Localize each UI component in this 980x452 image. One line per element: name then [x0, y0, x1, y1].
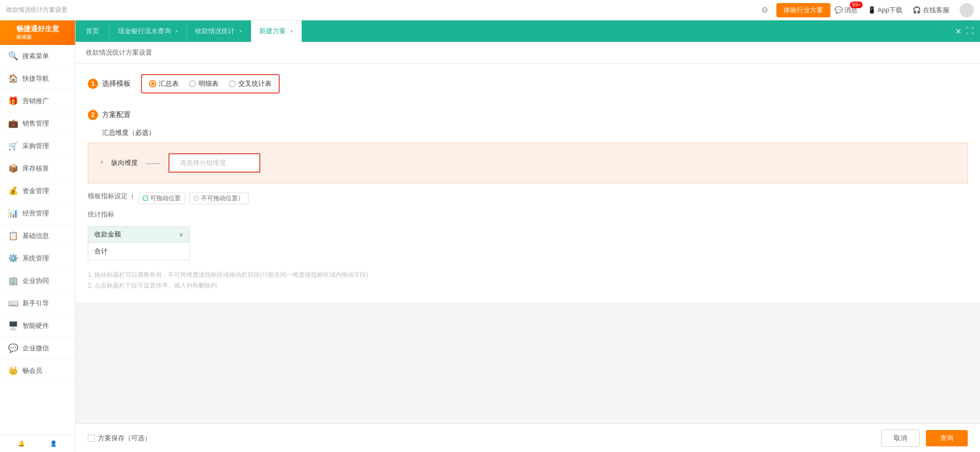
page-title-bar: 收款情况统计方案设置 [76, 42, 980, 64]
breadcrumb-area: 收款情况统计方案设置 [6, 6, 757, 14]
step1-row: 1 选择模板 汇总表 明细表 交叉统计表 [88, 74, 968, 93]
avatar[interactable] [960, 3, 974, 17]
step2-row: 2 方案配置 [88, 110, 968, 120]
sidebar-nav: 🔍 搜索菜单 🏠 快捷导航 🎁 营销推广 💼 销售管理 🛒 采购管理 📦 [0, 45, 75, 435]
sidebar-item-basic-info[interactable]: 📋 基础信息 [0, 225, 75, 247]
tab-collection-stats-close[interactable]: × [239, 28, 242, 34]
step2-badge: 2 [88, 110, 98, 120]
dimension-area: * 纵向维度 —— 请选择分组维度 [88, 142, 968, 183]
top-header: 收款情况统计方案设置 ⚙ 体验行业方案 💬 消息 99+ 📱 App下载 🎧 在… [0, 0, 980, 20]
sidebar-label-hardware: 智能硬件 [22, 321, 49, 330]
sidebar-item-sales[interactable]: 💼 销售管理 [0, 112, 75, 135]
tab-cash-flow[interactable]: 现金银行流水查询 × [110, 20, 187, 42]
radio-detail-label: 明细表 [199, 79, 218, 88]
tab-bar-expand-icon[interactable]: ⛶ [966, 27, 974, 36]
tab-home[interactable]: 首页 [76, 20, 110, 42]
metrics-table: 收款金额 ∨ 合计 [88, 226, 190, 260]
tab-collection-stats[interactable]: 收款情况统计 × [187, 20, 251, 42]
sidebar-item-inventory[interactable]: 📦 库存核算 [0, 157, 75, 180]
radio-cross[interactable]: 交叉统计表 [229, 79, 272, 88]
tab-new-plan[interactable]: 新建方案 × [251, 20, 302, 42]
header-right: 💬 消息 99+ 📱 App下载 🎧 在线客服 [835, 3, 974, 17]
radio-summary[interactable]: 汇总表 [149, 79, 179, 88]
finance-icon: 💰 [8, 186, 18, 196]
sidebar-label-finance: 资金管理 [22, 186, 49, 196]
member-icon: 👑 [8, 366, 18, 375]
trial-button[interactable]: 体验行业方案 [776, 3, 830, 17]
tab-bar: 首页 现金银行流水查询 × 收款情况统计 × 新建方案 × ✕ ⛶ [76, 20, 980, 42]
sidebar-item-system[interactable]: ⚙️ 系统管理 [0, 247, 75, 270]
sales-icon: 💼 [8, 118, 18, 128]
hardware-icon: 🖥️ [8, 321, 18, 330]
page-content: 收款情况统计方案设置 1 选择模板 汇总表 明细表 [76, 42, 980, 452]
sidebar-item-operations[interactable]: 📊 经营管理 [0, 202, 75, 225]
cancel-button[interactable]: 取消 [881, 430, 920, 447]
sidebar-item-wechat[interactable]: 💬 企业微信 [0, 337, 75, 360]
inventory-icon: 📦 [8, 163, 18, 173]
operations-icon: 📊 [8, 208, 18, 218]
radio-detail-circle [189, 80, 196, 87]
sidebar-label-member: 畅会员 [22, 366, 42, 375]
query-button[interactable]: 查询 [926, 430, 968, 446]
tab-new-plan-close[interactable]: × [290, 28, 293, 34]
save-checkbox[interactable] [88, 435, 95, 442]
logo-area: 畅捷通好生意 标准版 [0, 20, 75, 45]
sidebar-bottom-item2[interactable]: 👤 [50, 440, 57, 447]
sidebar-item-member[interactable]: 👑 畅会员 [0, 360, 75, 382]
tab-bar-close-icon[interactable]: ✕ [955, 27, 962, 36]
metrics-header[interactable]: 收款金额 ∨ [88, 227, 189, 243]
draggable-hint-1: 可拖动位置 [138, 193, 185, 204]
sidebar-item-marketing[interactable]: 🎁 营销推广 [0, 90, 75, 112]
tab-home-label: 首页 [86, 27, 99, 36]
save-option-label: 方案保存（可选） [98, 434, 151, 443]
app-download-link[interactable]: 📱 App下载 [868, 6, 902, 15]
sidebar-item-guide[interactable]: 📖 新手引导 [0, 292, 75, 315]
radio-detail[interactable]: 明细表 [189, 79, 218, 88]
sidebar-item-hardware[interactable]: 🖥️ 智能硬件 [0, 315, 75, 337]
radio-summary-circle [149, 80, 156, 87]
tips-section: 1. 拖动标题栏可以调整布局，不可跨维度或指标区域拖动栏目段(只能在同一维度或指… [88, 271, 968, 290]
sidebar: 畅捷通好生意 标准版 🔍 搜索菜单 🏠 快捷导航 🎁 营销推广 💼 销售管理 [0, 20, 76, 452]
basic-info-icon: 📋 [8, 231, 18, 241]
tip1: 1. 拖动标题栏可以调整布局，不可跨维度或指标区域拖动栏目段(只能在同一维度或指… [88, 271, 968, 279]
enterprise-icon: 🏢 [8, 276, 18, 286]
tab-cash-flow-close[interactable]: × [175, 28, 178, 34]
dimension-title: 汇总维度（必选） [102, 128, 968, 137]
metrics-col-label: 收款金额 [94, 230, 121, 239]
sidebar-item-search[interactable]: 🔍 搜索菜单 [0, 45, 75, 67]
breadcrumb-text: 收款情况统计方案设置 [6, 6, 67, 14]
vertical-dim-label: 纵向维度 [111, 158, 138, 168]
sidebar-item-finance[interactable]: 💰 资金管理 [0, 180, 75, 202]
not-draggable-dot [194, 196, 199, 201]
sidebar-label-system: 系统管理 [22, 254, 49, 263]
metrics-total-row: 合计 [88, 243, 189, 260]
draggable-dot [143, 196, 148, 201]
sidebar-item-purchase[interactable]: 🛒 采购管理 [0, 135, 75, 157]
sidebar-item-enterprise[interactable]: 🏢 企业协同 [0, 270, 75, 292]
sidebar-label-quicknav: 快捷导航 [22, 74, 49, 83]
header-actions: ⚙ 体验行业方案 [761, 3, 830, 17]
wechat-icon: 💬 [8, 343, 18, 353]
logo-text: 畅捷通好生意 [16, 25, 59, 34]
dim-selector[interactable]: 请选择分组维度 [168, 153, 260, 173]
logo-sub: 标准版 [16, 34, 59, 41]
tab-collection-stats-label: 收款情况统计 [195, 27, 235, 36]
step2-label: 方案配置 [102, 110, 131, 120]
tab-bar-right: ✕ ⛶ [955, 27, 980, 36]
sidebar-bottom: 🔔 👤 [0, 435, 75, 452]
online-service-link[interactable]: 🎧 在线客服 [913, 6, 949, 15]
metrics-title: 模板指标设定（ [88, 192, 134, 201]
home-icon: 🏠 [8, 74, 18, 83]
dim-placeholder: 请选择分组维度 [180, 159, 226, 166]
notification-badge: 99+ [850, 2, 863, 8]
sidebar-label-enterprise: 企业协同 [22, 276, 49, 286]
sidebar-label-marketing: 营销推广 [22, 97, 49, 106]
gear-icon[interactable]: ⚙ [761, 5, 768, 15]
sidebar-item-quicknav[interactable]: 🏠 快捷导航 [0, 67, 75, 90]
chevron-down-icon[interactable]: ∨ [179, 231, 183, 238]
template-radio-group: 汇总表 明细表 交叉统计表 [141, 74, 280, 93]
step1-badge: 1 [88, 79, 98, 89]
sidebar-bottom-item1[interactable]: 🔔 [18, 440, 25, 447]
step1-label: 选择模板 [102, 79, 131, 88]
notification-area[interactable]: 💬 消息 99+ [835, 6, 858, 15]
